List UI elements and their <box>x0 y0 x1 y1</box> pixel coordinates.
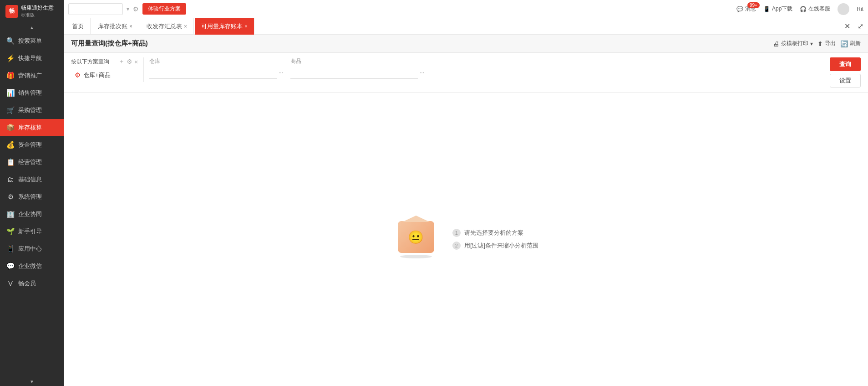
user-avatar[interactable] <box>838 3 849 15</box>
sidebar-item-label-sales: 销售管理 <box>18 89 42 97</box>
refresh-button[interactable]: 🔄 刷新 <box>840 40 861 47</box>
export-button[interactable]: ⬆ 导出 <box>817 40 836 47</box>
brand-info: 畅康通好生意 标准版 <box>21 5 54 18</box>
add-scheme-button[interactable]: ＋ <box>118 57 125 66</box>
settings-button[interactable]: 设置 <box>830 74 861 87</box>
topbar-search-input[interactable] <box>68 3 123 15</box>
sidebar-item-label-purchase: 采购管理 <box>18 106 42 114</box>
tab-available[interactable]: 可用量库存账本 × <box>195 18 254 35</box>
sidebar-icon-marketing: 🎁 <box>6 72 15 80</box>
tab-summary-label: 收发存汇总表 <box>147 22 182 31</box>
topbar-app-download[interactable]: 📱 App下载 <box>763 5 792 13</box>
filter-scheme-panel: 按以下方案查询 ＋ ⚙ « ⚙ 仓库+商品 <box>71 57 144 82</box>
sidebar-item-finance[interactable]: 💰资金管理 <box>0 136 64 154</box>
filter-field-warehouse: 仓库 ··· <box>149 57 283 79</box>
sidebar-item-member[interactable]: V畅会员 <box>0 275 64 292</box>
topbar-service[interactable]: 🎧 在线客服 <box>800 5 830 13</box>
topbar-gear-icon[interactable]: ⚙ <box>133 5 139 13</box>
sidebar-item-purchase[interactable]: 🛒采购管理 <box>0 102 64 119</box>
sidebar-item-system[interactable]: ⚙系统管理 <box>0 188 64 206</box>
sidebar-icon-sales: 📊 <box>6 89 15 97</box>
tip-num-2: 2 <box>452 242 461 250</box>
print-icon: 🖨 <box>773 40 779 47</box>
print-button[interactable]: 🖨 按模板打印 ▾ <box>773 40 813 47</box>
sidebar-item-label-wechat: 企业微信 <box>18 262 42 270</box>
filter-fields: 仓库 ··· 商品 ··· <box>149 57 824 79</box>
app-label: App下载 <box>772 5 792 13</box>
sidebar-item-shortcut[interactable]: ⚡快捷导航 <box>0 50 64 67</box>
settings-scheme-button[interactable]: ⚙ <box>127 58 132 65</box>
sidebar-icon-member: V <box>6 279 15 287</box>
filter-actions: 查询 设置 <box>830 57 861 87</box>
sidebar-item-label-shortcut: 快捷导航 <box>18 54 42 62</box>
query-button[interactable]: 查询 <box>830 57 861 71</box>
print-chevron-icon: ▾ <box>810 41 813 47</box>
brand-sub: 标准版 <box>21 12 54 18</box>
sidebar-scroll-up[interactable]: ▲ <box>0 23 64 32</box>
tab-available-label: 可用量库存账本 <box>201 22 243 31</box>
tab-expand-button[interactable]: ⤢ <box>855 21 866 31</box>
tab-close-button[interactable]: ✕ <box>842 21 853 31</box>
export-icon: ⬆ <box>817 40 823 47</box>
topbar-search <box>68 3 123 15</box>
sidebar-item-label-basic: 基础信息 <box>18 175 42 184</box>
page-title: 可用量查询(按仓库+商品) <box>71 39 148 48</box>
sidebar-item-enterprise[interactable]: 🏢企业协同 <box>0 206 64 223</box>
tab-home[interactable]: 首页 <box>66 18 91 35</box>
message-icon: 💬 <box>736 6 743 12</box>
sidebar-item-inventory[interactable]: 📦库存核算 <box>0 119 64 136</box>
product-more-icon[interactable]: ··· <box>420 69 424 76</box>
topbar-message[interactable]: 💬 消息 99+ <box>736 5 756 13</box>
trial-button[interactable]: 体验行业方案 <box>142 3 186 15</box>
topbar-right: 💬 消息 99+ 📱 App下载 🎧 在线客服 Rit <box>736 3 863 15</box>
scheme-item-warehouse-product[interactable]: ⚙ 仓库+商品 <box>71 68 138 82</box>
collapse-scheme-button[interactable]: « <box>134 58 138 65</box>
tab-summary[interactable]: 收发存汇总表 × <box>140 18 194 35</box>
empty-area: 😐 1 请先选择要分析的方案 2 用[过滤]条件来缩小分析范围 <box>64 93 868 386</box>
sidebar-icon-system: ⚙ <box>6 193 15 201</box>
tab-summary-close[interactable]: × <box>184 23 187 30</box>
empty-content: 😐 1 请先选择要分析的方案 2 用[过滤]条件来缩小分析范围 <box>393 216 538 262</box>
tab-batch-close[interactable]: × <box>129 23 132 30</box>
sidebar-item-basic[interactable]: 🗂基础信息 <box>0 171 64 188</box>
sidebar-icon-inventory: 📦 <box>6 124 15 132</box>
tab-batch[interactable]: 库存批次账 × <box>91 18 139 35</box>
sidebar-item-label-search: 搜索菜单 <box>18 37 42 45</box>
page-content: 可用量查询(按仓库+商品) 🖨 按模板打印 ▾ ⬆ 导出 🔄 刷新 <box>64 35 868 386</box>
sidebar-icon-basic: 🗂 <box>6 175 15 183</box>
sidebar-icon-operation: 📋 <box>6 158 15 166</box>
tip-text-1: 请先选择要分析的方案 <box>464 229 523 237</box>
username[interactable]: Rit <box>857 6 863 12</box>
sidebar-item-appstore[interactable]: 📱应用中心 <box>0 240 64 257</box>
sidebar-item-search[interactable]: 🔍搜索菜单 <box>0 32 64 50</box>
sidebar-item-label-finance: 资金管理 <box>18 141 42 149</box>
sidebar-item-operation[interactable]: 📋经营管理 <box>0 154 64 171</box>
tab-home-label: 首页 <box>72 22 84 31</box>
sidebar-scroll-down[interactable]: ▼ <box>0 377 64 386</box>
tab-available-close[interactable]: × <box>244 23 248 30</box>
topbar-chevron-icon[interactable]: ▾ <box>127 6 129 12</box>
filter-area: 按以下方案查询 ＋ ⚙ « ⚙ 仓库+商品 仓库 ··· <box>64 53 868 93</box>
scheme-icon: ⚙ <box>75 71 81 79</box>
topbar: ▾ ⚙ 体验行业方案 💬 消息 99+ 📱 App下载 🎧 在线客服 Rit <box>64 0 868 18</box>
sidebar-item-label-member: 畅会员 <box>18 279 36 288</box>
sidebar-item-guide[interactable]: 🌱新手引导 <box>0 223 64 240</box>
sidebar-item-wechat[interactable]: 💬企业微信 <box>0 257 64 275</box>
warehouse-input[interactable] <box>149 66 277 79</box>
product-input[interactable] <box>290 66 418 79</box>
warehouse-field-label: 仓库 <box>149 57 283 65</box>
page-header: 可用量查询(按仓库+商品) 🖨 按模板打印 ▾ ⬆ 导出 🔄 刷新 <box>64 35 868 53</box>
scheme-item-label: 仓库+商品 <box>83 71 111 79</box>
tip-text-2: 用[过滤]条件来缩小分析范围 <box>464 242 538 250</box>
empty-box-face: 😐 <box>408 230 424 245</box>
empty-box: 😐 <box>398 221 434 253</box>
sidebar-item-marketing[interactable]: 🎁营销推广 <box>0 67 64 84</box>
sidebar-icon-finance: 💰 <box>6 141 15 149</box>
filter-field-product: 商品 ··· <box>290 57 424 79</box>
warehouse-more-icon[interactable]: ··· <box>279 69 283 76</box>
sidebar-item-sales[interactable]: 📊销售管理 <box>0 84 64 102</box>
refresh-label: 刷新 <box>850 40 861 47</box>
message-badge: 99+ <box>747 2 760 8</box>
product-field-label: 商品 <box>290 57 424 65</box>
sidebar-item-label-appstore: 应用中心 <box>18 245 42 253</box>
